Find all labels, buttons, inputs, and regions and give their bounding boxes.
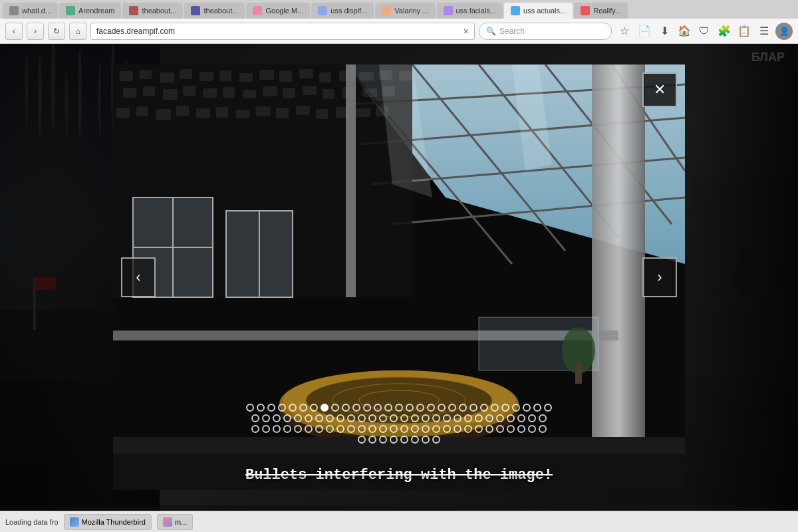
bullet-0-4[interactable] [289, 404, 297, 412]
bullet-2-8[interactable] [336, 425, 344, 433]
download-icon[interactable]: ⬇ [656, 23, 673, 40]
tab-8[interactable]: uss actuals... [504, 3, 573, 19]
bullet-1-19[interactable] [454, 414, 462, 422]
bullet-0-28[interactable] [544, 404, 552, 412]
bullet-1-3[interactable] [283, 414, 291, 422]
bullet-0-1[interactable] [257, 404, 265, 412]
back-button[interactable]: ‹ [5, 23, 23, 40]
bullet-2-20[interactable] [464, 425, 472, 433]
bullet-1-24[interactable] [507, 414, 515, 422]
bullet-2-10[interactable] [358, 425, 366, 433]
bullet-1-20[interactable] [464, 414, 472, 422]
bullet-0-12[interactable] [374, 404, 382, 412]
lightbox-prev-button[interactable]: ‹ [121, 257, 156, 297]
bullet-1-6[interactable] [315, 414, 323, 422]
bullet-2-25[interactable] [517, 425, 525, 433]
bullet-1-13[interactable] [390, 414, 398, 422]
bullet-1-26[interactable] [528, 414, 536, 422]
bullet-1-27[interactable] [539, 414, 547, 422]
bullet-0-9[interactable] [342, 404, 350, 412]
bullet-2-15[interactable] [411, 425, 419, 433]
bullet-0-11[interactable] [363, 404, 371, 412]
bullet-2-12[interactable] [379, 425, 387, 433]
clipboard-icon[interactable]: 📋 [735, 23, 753, 40]
tab-3[interactable]: theabout... [184, 3, 245, 19]
bullet-1-9[interactable] [347, 414, 355, 422]
tab-6[interactable]: Valariny ... [375, 3, 435, 19]
bullet-1-11[interactable] [368, 414, 376, 422]
bullet-1-22[interactable] [485, 414, 493, 422]
bullet-2-22[interactable] [485, 425, 493, 433]
bullet-1-15[interactable] [411, 414, 419, 422]
bullet-1-2[interactable] [273, 414, 281, 422]
address-bar[interactable]: facades.dreampif.com × [90, 23, 475, 40]
bullet-0-23[interactable] [491, 404, 499, 412]
bullet-0-25[interactable] [512, 404, 520, 412]
bullet-0-8[interactable] [331, 404, 339, 412]
bullet-2-4[interactable] [294, 425, 302, 433]
bullet-1-21[interactable] [475, 414, 483, 422]
forward-button[interactable]: › [27, 23, 44, 40]
bullet-3-2[interactable] [379, 436, 387, 444]
bullet-3-0[interactable] [358, 436, 366, 444]
bullet-0-2[interactable] [267, 404, 275, 412]
bullet-0-15[interactable] [406, 404, 414, 412]
address-clear-button[interactable]: × [464, 26, 469, 37]
bullet-1-12[interactable] [379, 414, 387, 422]
bullet-0-7[interactable] [321, 404, 329, 412]
bullet-2-19[interactable] [454, 425, 462, 433]
tab-9[interactable]: Realify... [574, 3, 628, 19]
menu-icon[interactable]: ☰ [755, 23, 773, 40]
taskbar-thunderbird[interactable]: Mozilla Thunderbird [64, 514, 152, 530]
bullet-2-14[interactable] [400, 425, 408, 433]
bullet-1-5[interactable] [305, 414, 313, 422]
search-bar[interactable]: 🔍 Search [479, 23, 612, 40]
shield-icon[interactable]: 🛡 [696, 23, 713, 40]
tab-5[interactable]: uss displf... [311, 3, 374, 19]
bullet-2-5[interactable] [305, 425, 313, 433]
bullet-2-9[interactable] [347, 425, 355, 433]
bullet-0-26[interactable] [523, 404, 531, 412]
lightbox-close-button[interactable]: ✕ [642, 72, 677, 107]
bullet-0-10[interactable] [352, 404, 360, 412]
bullet-2-17[interactable] [432, 425, 440, 433]
bullet-2-3[interactable] [283, 425, 291, 433]
bullet-2-7[interactable] [326, 425, 334, 433]
bullet-0-24[interactable] [501, 404, 509, 412]
bullet-0-14[interactable] [395, 404, 403, 412]
taskbar-m[interactable]: m... [157, 514, 193, 530]
bullet-2-13[interactable] [390, 425, 398, 433]
bullet-0-19[interactable] [448, 404, 456, 412]
bullet-1-10[interactable] [358, 414, 366, 422]
bullet-1-1[interactable] [262, 414, 270, 422]
reload-button[interactable]: ↻ [48, 23, 65, 40]
reader-icon[interactable]: 📄 [636, 23, 653, 40]
bullet-0-0[interactable] [246, 404, 254, 412]
bullet-2-24[interactable] [507, 425, 515, 433]
bullet-0-27[interactable] [533, 404, 541, 412]
bullet-0-21[interactable] [469, 404, 477, 412]
bullet-2-2[interactable] [273, 425, 281, 433]
bullet-1-0[interactable] [251, 414, 259, 422]
bullet-1-16[interactable] [422, 414, 430, 422]
bullet-1-7[interactable] [326, 414, 334, 422]
bullet-1-14[interactable] [400, 414, 408, 422]
tab-2[interactable]: theabout... [122, 3, 183, 19]
bullet-3-7[interactable] [432, 436, 440, 444]
bullet-3-6[interactable] [422, 436, 430, 444]
puzzle-icon[interactable]: 🧩 [716, 23, 733, 40]
bullet-1-25[interactable] [517, 414, 525, 422]
bullet-0-5[interactable] [299, 404, 307, 412]
bullet-2-6[interactable] [315, 425, 323, 433]
tab-1[interactable]: Arendream [59, 3, 121, 19]
bullet-2-11[interactable] [368, 425, 376, 433]
bullet-0-17[interactable] [427, 404, 435, 412]
bullet-1-4[interactable] [294, 414, 302, 422]
lightbox-next-button[interactable]: › [642, 257, 677, 297]
bullet-0-3[interactable] [278, 404, 286, 412]
home-button[interactable]: ⌂ [69, 23, 86, 40]
bullet-3-5[interactable] [411, 436, 419, 444]
tab-4[interactable]: Google M... [246, 3, 310, 19]
bullet-3-1[interactable] [368, 436, 376, 444]
bullet-0-20[interactable] [459, 404, 467, 412]
